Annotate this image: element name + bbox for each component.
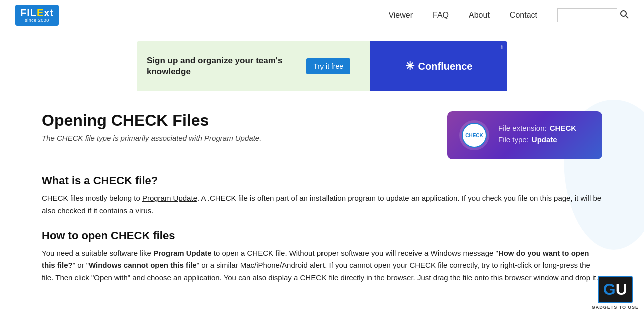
gadgets-logo-box: G U [598, 276, 633, 304]
search-icon [620, 10, 629, 19]
gadgets-g-right: U [616, 280, 627, 299]
confluence-brand: ✳ Confluence [405, 60, 473, 73]
file-icon: CHECK [462, 123, 487, 148]
gadgets-g-left: G [603, 280, 616, 299]
ad-try-button[interactable]: Try it free [306, 58, 350, 74]
nav-contact[interactable]: Contact [510, 11, 537, 20]
section-how-body: You need a suitable software like Progra… [42, 248, 602, 284]
main-nav: Viewer FAQ About Contact [388, 8, 629, 22]
ad-heading: Sign up and organize your team's knowled… [147, 56, 296, 78]
file-info-details: File extension: CHECK File type: Update [498, 124, 576, 147]
section-how: How to open CHECK files You need a suita… [42, 230, 602, 284]
search-input[interactable] [557, 8, 617, 22]
ad-left-section: Sign up and organize your team's knowled… [137, 42, 370, 92]
page-title-block: Opening CHECK Files The CHECK file type … [42, 112, 261, 142]
confluence-icon: ✳ [405, 60, 414, 73]
ad-banner: Sign up and organize your team's knowled… [137, 42, 507, 92]
page-header: Opening CHECK Files The CHECK file type … [42, 112, 602, 160]
ad-text: Sign up and organize your team's knowled… [147, 56, 296, 78]
gadgets-logo: G U GADGETS TO USE [592, 276, 639, 306]
extension-label: File extension: [498, 124, 547, 132]
nav-faq[interactable]: FAQ [433, 11, 449, 20]
ad-right-section: ℹ ✳ Confluence [370, 42, 507, 92]
svg-line-1 [626, 16, 628, 18]
file-extension-row: File extension: CHECK [498, 124, 576, 132]
section-what: What is a CHECK file? CHECK files mostly… [42, 174, 602, 218]
type-label: File type: [498, 136, 529, 144]
site-header: FILExt since 2000 Viewer FAQ About Conta… [0, 0, 644, 32]
search-box [557, 8, 629, 22]
program-update-link[interactable]: Program Update [142, 194, 197, 202]
nav-viewer[interactable]: Viewer [388, 11, 413, 20]
nav-about[interactable]: About [469, 11, 490, 20]
site-logo[interactable]: FILExt since 2000 [15, 5, 59, 26]
file-icon-circle: CHECK [459, 120, 489, 150]
page-subtitle: The CHECK file type is primarily associa… [42, 134, 261, 142]
section-what-body: CHECK files mostly belong to Program Upd… [42, 192, 602, 218]
page-title: Opening CHECK Files [42, 112, 261, 130]
file-info-card: CHECK File extension: CHECK File type: U… [447, 112, 602, 160]
cannot-open-msg: Windows cannot open this file [89, 261, 197, 270]
logo-sub: since 2000 [25, 18, 49, 23]
file-type-row: File type: Update [498, 136, 576, 144]
confluence-name: Confluence [418, 61, 473, 72]
ad-info-icon[interactable]: ℹ [501, 44, 503, 51]
main-content: Opening CHECK Files The CHECK file type … [27, 102, 617, 306]
section-how-heading: How to open CHECK files [42, 230, 602, 242]
gadgets-label: GADGETS TO USE [592, 305, 639, 306]
section-what-heading: What is a CHECK file? [42, 174, 602, 188]
type-value: Update [532, 136, 557, 144]
search-button[interactable] [620, 10, 629, 22]
extension-value: CHECK [550, 124, 576, 132]
program-update-strong: Program Update [153, 249, 212, 258]
logo-text: FILExt [20, 8, 54, 18]
